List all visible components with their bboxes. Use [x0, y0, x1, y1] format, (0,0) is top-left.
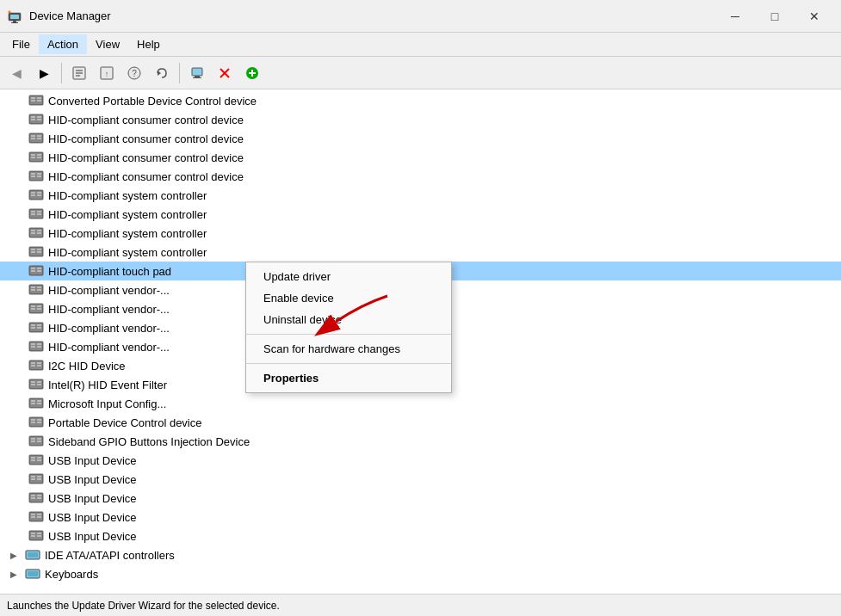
- svg-rect-31: [37, 116, 41, 118]
- device-item[interactable]: HID-compliant system controller: [0, 224, 841, 243]
- device-item[interactable]: USB Input Device: [0, 489, 841, 508]
- ctx-update-driver[interactable]: Update driver: [246, 266, 451, 287]
- toolbar-separator-2: [179, 63, 180, 83]
- add-button[interactable]: [239, 60, 265, 86]
- device-icon: [28, 151, 45, 164]
- device-item[interactable]: HID-compliant system controller: [0, 205, 841, 224]
- window-title: Device Manager: [29, 9, 715, 22]
- svg-rect-39: [31, 154, 35, 156]
- device-label: HID-compliant vendor-...: [48, 341, 170, 354]
- device-item[interactable]: Sideband GPIO Buttons Injection Device: [0, 432, 841, 451]
- menu-view[interactable]: View: [87, 34, 128, 54]
- title-bar: Device Manager ─ □ ✕: [0, 0, 841, 33]
- device-label: IDE ATA/ATAPI controllers: [45, 549, 175, 562]
- svg-rect-69: [31, 268, 35, 269]
- menu-file[interactable]: File: [3, 34, 39, 54]
- expand-arrow-icon[interactable]: ▶: [10, 551, 22, 560]
- device-icon: [28, 397, 45, 410]
- app-icon: [7, 9, 22, 24]
- device-item[interactable]: HID-compliant consumer control device: [0, 167, 841, 186]
- forward-button[interactable]: ▶: [31, 60, 57, 86]
- device-item[interactable]: HID-compliant system controller: [0, 243, 841, 262]
- svg-rect-91: [37, 343, 41, 345]
- svg-rect-86: [37, 324, 41, 326]
- maximize-button[interactable]: □: [755, 0, 795, 33]
- device-icon: [28, 491, 45, 505]
- svg-rect-44: [31, 173, 35, 175]
- svg-rect-79: [31, 305, 35, 307]
- device-label: USB Input Device: [48, 454, 137, 467]
- svg-rect-47: [37, 176, 41, 177]
- svg-rect-100: [31, 384, 35, 385]
- svg-rect-109: [31, 419, 35, 421]
- device-icon: [28, 188, 45, 202]
- svg-rect-142: [37, 535, 41, 537]
- svg-rect-56: [37, 211, 41, 213]
- svg-rect-67: [37, 251, 41, 253]
- device-icon: [28, 264, 45, 278]
- properties-button[interactable]: [66, 60, 92, 86]
- device-item[interactable]: USB Input Device: [0, 451, 841, 470]
- device-label: USB Input Device: [48, 530, 137, 543]
- device-item[interactable]: HID-compliant consumer control device: [0, 110, 841, 129]
- svg-rect-49: [31, 192, 35, 194]
- device-label: HID-compliant system controller: [48, 189, 207, 202]
- svg-rect-102: [37, 384, 41, 385]
- device-icon: [28, 207, 45, 221]
- device-item[interactable]: Portable Device Control device: [0, 413, 841, 432]
- device-item[interactable]: ▶Keyboards: [0, 564, 841, 583]
- svg-rect-42: [37, 157, 41, 158]
- device-item[interactable]: HID-compliant consumer control device: [0, 129, 841, 148]
- device-label: Intel(R) HID Event Filter: [48, 379, 167, 391]
- menu-bar: File Action View Help: [0, 33, 841, 57]
- ctx-properties[interactable]: Properties: [246, 367, 451, 389]
- svg-marker-14: [158, 71, 161, 76]
- svg-rect-17: [193, 77, 201, 78]
- close-button[interactable]: ✕: [795, 0, 834, 33]
- undo-button[interactable]: [149, 60, 175, 86]
- device-item[interactable]: USB Input Device: [0, 508, 841, 527]
- menu-action[interactable]: Action: [39, 34, 87, 54]
- status-bar: Launches the Update Driver Wizard for th…: [0, 594, 841, 616]
- svg-rect-61: [37, 230, 41, 231]
- svg-rect-66: [37, 249, 41, 250]
- minimize-button[interactable]: ─: [715, 0, 755, 33]
- ctx-scan-hardware[interactable]: Scan for hardware changes: [246, 338, 451, 360]
- svg-rect-95: [31, 365, 35, 367]
- device-icon: [28, 529, 45, 543]
- svg-rect-119: [31, 457, 35, 459]
- back-button[interactable]: ◀: [3, 60, 29, 86]
- device-item[interactable]: USB Input Device: [0, 470, 841, 489]
- help-button[interactable]: ?: [121, 60, 147, 86]
- menu-help[interactable]: Help: [128, 34, 169, 54]
- svg-rect-84: [31, 324, 35, 326]
- device-item[interactable]: USB Input Device: [0, 527, 841, 545]
- device-label: Sideband GPIO Buttons Injection Device: [48, 435, 250, 448]
- ctx-uninstall-device[interactable]: Uninstall device: [246, 309, 451, 330]
- svg-rect-125: [31, 478, 35, 480]
- svg-rect-75: [31, 289, 35, 291]
- svg-rect-3: [11, 22, 18, 23]
- device-label: HID-compliant consumer control device: [48, 132, 244, 145]
- device-icon: [28, 94, 45, 108]
- svg-rect-29: [31, 116, 35, 118]
- ctx-separator-2: [246, 363, 451, 364]
- device-item[interactable]: Microsoft Input Config...: [0, 394, 841, 413]
- device-item[interactable]: HID-compliant consumer control device: [0, 148, 841, 167]
- update-button[interactable]: ↑: [94, 60, 120, 86]
- svg-rect-77: [37, 289, 41, 291]
- device-item[interactable]: ▶IDE ATA/ATAPI controllers: [0, 545, 841, 564]
- device-label: HID-compliant system controller: [48, 246, 207, 259]
- svg-rect-131: [37, 495, 41, 496]
- remove-button[interactable]: [212, 60, 238, 86]
- scan-button[interactable]: [184, 60, 210, 86]
- device-item[interactable]: HID-compliant system controller: [0, 186, 841, 205]
- ctx-enable-device[interactable]: Enable device: [246, 287, 451, 309]
- main-area: Converted Portable Device Control device…: [0, 89, 841, 594]
- device-item[interactable]: Converted Portable Device Control device: [0, 91, 841, 110]
- svg-rect-55: [31, 213, 35, 215]
- expand-arrow-icon[interactable]: ▶: [10, 570, 22, 579]
- svg-rect-54: [31, 211, 35, 213]
- device-icon: [28, 378, 45, 391]
- device-icon: [28, 340, 45, 354]
